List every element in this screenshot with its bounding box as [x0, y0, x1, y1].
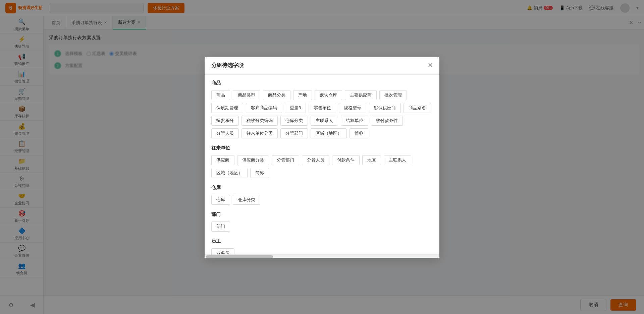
field-tag-0-5[interactable]: 主要供应商 — [345, 90, 377, 100]
field-tags-2: 仓库仓库分类 — [211, 195, 433, 205]
field-tag-0-20[interactable]: 分管人员 — [211, 128, 239, 138]
modal-title: 分组待选字段 — [211, 62, 244, 69]
field-tag-0-17[interactable]: 主联系人 — [311, 116, 338, 126]
field-tag-0-0[interactable]: 商品 — [211, 90, 230, 100]
modal-header: 分组待选字段 ✕ — [205, 57, 439, 75]
field-tag-2-1[interactable]: 仓库分类 — [233, 195, 260, 205]
field-tag-0-23[interactable]: 区域（地区） — [311, 128, 347, 138]
field-tags-3: 部门 — [211, 222, 433, 232]
field-tag-0-14[interactable]: 拣货积分 — [211, 116, 239, 126]
field-tag-0-19[interactable]: 收付款条件 — [371, 116, 403, 126]
section-title-2: 仓库 — [211, 185, 433, 191]
modal-hscroll-thumb[interactable] — [206, 255, 273, 258]
field-tag-0-3[interactable]: 产地 — [293, 90, 312, 100]
field-tag-2-0[interactable]: 仓库 — [211, 195, 230, 205]
modal-body: 商品商品商品类型商品分类产地默认仓库主要供应商批次管理保质期管理客户商品编码重量… — [205, 75, 439, 254]
field-tag-0-9[interactable]: 重量3 — [285, 103, 306, 113]
field-tag-0-15[interactable]: 税收分类编码 — [241, 116, 278, 126]
field-tag-0-18[interactable]: 结算单位 — [341, 116, 368, 126]
field-tag-0-12[interactable]: 默认供应商 — [369, 103, 401, 113]
field-tags-4: 业务员 — [211, 248, 433, 254]
section-title-3: 部门 — [211, 211, 433, 217]
field-tag-0-22[interactable]: 分管部门 — [280, 128, 308, 138]
field-tag-0-16[interactable]: 仓库分类 — [280, 116, 308, 126]
field-tag-3-0[interactable]: 部门 — [211, 222, 230, 232]
field-tag-0-8[interactable]: 客户商品编码 — [246, 103, 282, 113]
field-tag-1-5[interactable]: 地区 — [362, 155, 381, 165]
field-tag-1-3[interactable]: 分管人员 — [302, 155, 329, 165]
field-tag-4-0[interactable]: 业务员 — [211, 248, 234, 254]
field-tags-1: 供应商供应商分类分管部门分管人员付款条件地区主联系人区域（地区）简称 — [211, 155, 433, 178]
field-tag-1-2[interactable]: 分管部门 — [272, 155, 299, 165]
field-section-1: 往来单位供应商供应商分类分管部门分管人员付款条件地区主联系人区域（地区）简称 — [211, 145, 433, 178]
field-tag-0-24[interactable]: 简称 — [350, 128, 368, 138]
section-title-1: 往来单位 — [211, 145, 433, 151]
field-tag-0-10[interactable]: 零售单位 — [309, 103, 336, 113]
field-section-0: 商品商品商品类型商品分类产地默认仓库主要供应商批次管理保质期管理客户商品编码重量… — [211, 80, 433, 138]
field-section-3: 部门部门 — [211, 211, 433, 232]
field-section-4: 员工业务员 — [211, 238, 433, 254]
field-tag-1-6[interactable]: 主联系人 — [384, 155, 411, 165]
field-section-2: 仓库仓库仓库分类 — [211, 185, 433, 205]
field-tag-1-4[interactable]: 付款条件 — [332, 155, 360, 165]
field-tag-0-11[interactable]: 规格型号 — [339, 103, 366, 113]
field-tag-1-1[interactable]: 供应商分类 — [237, 155, 269, 165]
field-tag-0-6[interactable]: 批次管理 — [379, 90, 407, 100]
modal-horizontal-scrollbar[interactable] — [205, 254, 439, 258]
field-tags-0: 商品商品类型商品分类产地默认仓库主要供应商批次管理保质期管理客户商品编码重量3零… — [211, 90, 433, 138]
field-tag-0-13[interactable]: 商品别名 — [404, 103, 431, 113]
field-tag-0-1[interactable]: 商品类型 — [233, 90, 260, 100]
field-tag-0-7[interactable]: 保质期管理 — [211, 103, 243, 113]
modal-dialog: 分组待选字段 ✕ 商品商品商品类型商品分类产地默认仓库主要供应商批次管理保质期管… — [205, 57, 439, 258]
field-tag-0-2[interactable]: 商品分类 — [263, 90, 290, 100]
modal-overlay: 分组待选字段 ✕ 商品商品商品类型商品分类产地默认仓库主要供应商批次管理保质期管… — [0, 0, 644, 314]
section-title-0: 商品 — [211, 80, 433, 86]
field-tag-1-0[interactable]: 供应商 — [211, 155, 234, 165]
section-title-4: 员工 — [211, 238, 433, 244]
field-tag-0-4[interactable]: 默认仓库 — [315, 90, 342, 100]
field-tag-0-21[interactable]: 往来单位分类 — [241, 128, 278, 138]
field-tag-1-7[interactable]: 区域（地区） — [211, 168, 248, 178]
field-tag-1-8[interactable]: 简称 — [250, 168, 269, 178]
modal-close-button[interactable]: ✕ — [428, 62, 433, 68]
